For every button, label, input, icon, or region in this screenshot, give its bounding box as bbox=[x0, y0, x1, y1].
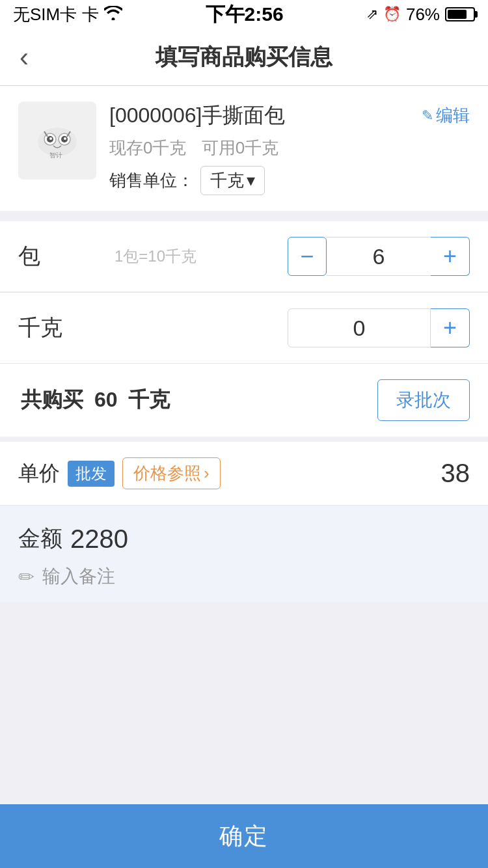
plus-icon: + bbox=[443, 243, 457, 270]
total-amount: 60 bbox=[94, 388, 118, 411]
edit-label: 编辑 bbox=[436, 104, 470, 127]
back-icon: ‹ bbox=[20, 42, 29, 72]
product-info: [0000006]手撕面包 现存0千克 可用0千克 销售单位： 千克 ▾ bbox=[109, 102, 470, 195]
pencil-icon: ✏ bbox=[18, 565, 34, 588]
bao-qty-control: − + bbox=[288, 237, 470, 276]
svg-point-5 bbox=[49, 137, 52, 140]
price-ref-button[interactable]: 价格参照 › bbox=[122, 457, 221, 489]
battery-percent: 76% bbox=[406, 5, 440, 25]
product-name: [0000006]手撕面包 bbox=[109, 102, 470, 130]
nav-bar: ‹ 填写商品购买信息 bbox=[0, 29, 488, 86]
empty-area bbox=[0, 602, 488, 797]
bao-increment-button[interactable]: + bbox=[431, 237, 470, 276]
amount-section: 金额 2280 ✏ 输入备注 bbox=[0, 506, 488, 602]
status-time: 下午2:56 bbox=[206, 1, 284, 28]
bao-input-section: 包 1包=10千克 − + bbox=[0, 221, 488, 292]
product-card: 智计 [0000006]手撕面包 现存0千克 可用0千克 销售单位： 千克 ▾ bbox=[0, 86, 488, 216]
remark-row[interactable]: ✏ 输入备注 bbox=[18, 564, 470, 589]
product-stock: 现存0千克 可用0千克 bbox=[109, 137, 470, 159]
amount-row: 金额 2280 bbox=[18, 524, 470, 554]
wifi-icon bbox=[104, 5, 122, 25]
kg-row: 千克 + bbox=[0, 293, 488, 364]
batch-label: 录批次 bbox=[396, 390, 451, 410]
remark-placeholder: 输入备注 bbox=[42, 564, 115, 589]
confirm-button[interactable]: 确定 bbox=[0, 804, 488, 868]
minus-icon: − bbox=[300, 243, 314, 270]
price-type-tag: 批发 bbox=[68, 461, 115, 487]
chevron-right-icon: › bbox=[204, 463, 210, 483]
available-label: 可用0千克 bbox=[202, 138, 278, 157]
price-label: 单价 bbox=[18, 459, 60, 488]
batch-button[interactable]: 录批次 bbox=[377, 379, 470, 421]
unit-select[interactable]: 千克 ▾ bbox=[200, 166, 265, 195]
total-text: 共购买 60 千克 bbox=[18, 386, 172, 414]
battery-icon bbox=[445, 7, 475, 21]
status-left: 无SIM卡 卡 bbox=[13, 3, 122, 26]
status-bar: 无SIM卡 卡 下午2:56 ⇗ ⏰ 76% bbox=[0, 0, 488, 29]
plus-icon: + bbox=[443, 314, 457, 342]
chevron-down-icon: ▾ bbox=[247, 170, 255, 191]
carrier-label: 无SIM卡 bbox=[13, 3, 77, 26]
amount-value: 2280 bbox=[70, 524, 128, 554]
bao-decrement-button[interactable]: − bbox=[288, 237, 327, 276]
svg-point-6 bbox=[64, 137, 66, 140]
kg-input-section: 千克 + bbox=[0, 292, 488, 364]
page-title: 填写商品购买信息 bbox=[156, 42, 332, 72]
bao-label: 包 bbox=[18, 241, 109, 271]
total-unit: 千克 bbox=[128, 388, 170, 411]
confirm-label: 确定 bbox=[219, 821, 269, 852]
edit-button[interactable]: ✎ 编辑 bbox=[422, 104, 470, 127]
price-ref-label: 价格参照 bbox=[133, 462, 201, 485]
kg-increment-button[interactable]: + bbox=[431, 308, 470, 347]
svg-text:智计: 智计 bbox=[49, 152, 62, 159]
stock-label: 现存0千克 bbox=[109, 138, 186, 157]
total-prefix: 共购买 bbox=[21, 388, 83, 411]
status-right: ⇗ ⏰ 76% bbox=[366, 5, 475, 25]
kg-qty-control: + bbox=[288, 308, 470, 347]
unit-label: 销售单位： bbox=[109, 169, 194, 192]
edit-icon: ✎ bbox=[422, 107, 433, 124]
amount-label: 金额 bbox=[18, 524, 62, 554]
kg-label: 千克 bbox=[18, 313, 109, 343]
bao-qty-input[interactable] bbox=[327, 237, 431, 276]
product-unit-row: 销售单位： 千克 ▾ bbox=[109, 166, 470, 195]
total-row: 共购买 60 千克 录批次 bbox=[0, 364, 488, 442]
bao-hint: 1包=10千克 bbox=[115, 246, 288, 267]
sim-icon: 卡 bbox=[82, 3, 99, 26]
price-section: 单价 批发 价格参照 › 38 bbox=[0, 442, 488, 506]
price-value: 38 bbox=[441, 459, 470, 488]
alarm-icon: ⏰ bbox=[383, 6, 401, 23]
unit-value: 千克 bbox=[210, 169, 244, 192]
bao-row: 包 1包=10千克 − + bbox=[0, 221, 488, 292]
product-image: 智计 bbox=[18, 102, 96, 180]
location-icon: ⇗ bbox=[366, 6, 378, 23]
kg-qty-input[interactable] bbox=[288, 308, 431, 347]
product-logo-icon: 智计 bbox=[31, 121, 83, 160]
back-button[interactable]: ‹ bbox=[13, 35, 35, 79]
